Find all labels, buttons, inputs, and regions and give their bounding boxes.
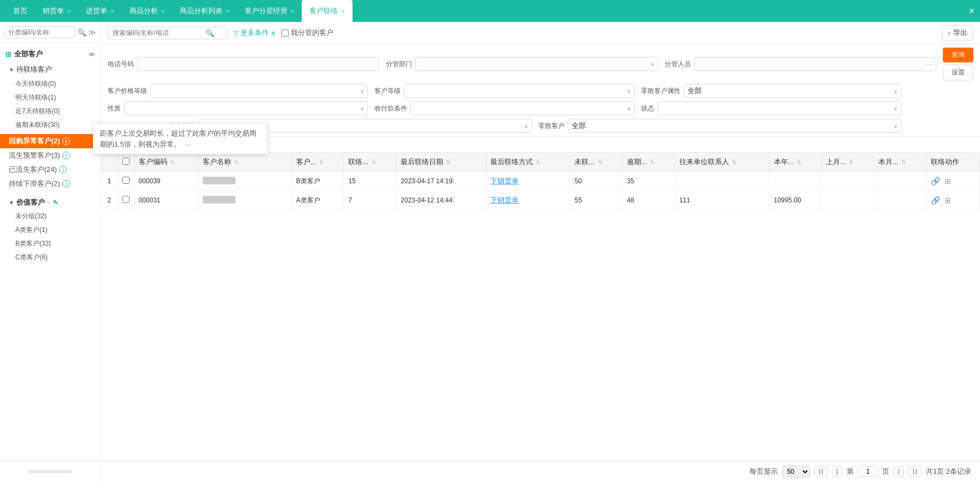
- retail-attr-select[interactable]: 全部 ∨: [684, 84, 901, 98]
- retail-customer-select[interactable]: 全部 ∨: [568, 119, 901, 133]
- first-page-button[interactable]: ⟨⟨: [814, 466, 828, 477]
- sidebar-item-churned[interactable]: 已流失客户(24) i: [0, 162, 101, 177]
- settings-button[interactable]: 设置: [943, 65, 973, 80]
- department-select[interactable]: ∨: [415, 57, 658, 71]
- sort-icon[interactable]: ⇅: [598, 159, 602, 165]
- sort-icon[interactable]: ⇅: [170, 159, 174, 165]
- sidebar-item-a-class[interactable]: A类客户(1): [0, 223, 101, 237]
- status-select[interactable]: ∨: [658, 101, 901, 115]
- export-icon: ↑: [948, 29, 952, 37]
- col-checkbox: [118, 153, 134, 172]
- row-checkbox[interactable]: [118, 172, 134, 191]
- sidebar-item-declining[interactable]: 持续下滑客户(2) i: [0, 177, 101, 191]
- close-icon[interactable]: ×: [341, 8, 344, 14]
- next-page-button[interactable]: ⟩: [894, 466, 904, 477]
- nav-item-customer-tier[interactable]: 客户分层经营 ×: [237, 0, 302, 22]
- row-type: B类客户: [291, 172, 344, 191]
- sort-icon[interactable]: ⇅: [372, 159, 376, 165]
- prev-page-button[interactable]: ⟨: [832, 466, 842, 477]
- close-icon[interactable]: ×: [291, 8, 294, 14]
- export-button[interactable]: ↑ 导出: [942, 25, 974, 40]
- sidebar-group-value-customer[interactable]: ▼ 价值客户 ○ ✎: [0, 195, 101, 210]
- col-customer-type: 客户... ⇅: [291, 153, 344, 172]
- filter-retail-customer: 零散客户 全部 ∨: [538, 119, 901, 133]
- sort-icon[interactable]: ⇅: [319, 159, 324, 165]
- row-name: [198, 191, 291, 210]
- sidebar-item-today[interactable]: 今天待联络(0): [0, 77, 101, 91]
- close-icon[interactable]: ×: [67, 8, 71, 14]
- col-no: [101, 153, 118, 172]
- nav-item-analysis[interactable]: 商品分析 ×: [122, 0, 172, 22]
- sidebar-search-icon[interactable]: 🔍: [78, 28, 86, 37]
- tooltip: 距客户上次交易时长，超过了此客户的平均交易周期的1.5倍，则视为异常。 ···: [101, 123, 268, 154]
- price-grade-select[interactable]: ∨: [150, 84, 368, 98]
- row-checkbox[interactable]: [118, 191, 134, 210]
- sort-icon[interactable]: ⇅: [446, 159, 450, 165]
- chevron-down-icon: ∨: [894, 123, 897, 129]
- col-name: 客户名称 ⇅: [198, 153, 291, 172]
- sidebar-all-customers[interactable]: ⊞ 全部客户 ≫: [0, 47, 101, 62]
- phone-input[interactable]: [137, 57, 379, 71]
- row-code: 000039: [134, 172, 198, 191]
- close-icon[interactable]: ×: [161, 8, 165, 14]
- filter-nature: 性质 ∨: [108, 101, 368, 115]
- sidebar-item-week[interactable]: 近7天待联络(0): [0, 104, 101, 118]
- search-icon[interactable]: 🔍: [206, 29, 214, 37]
- nav-item-analysis-list[interactable]: 商品分析列表 ×: [172, 0, 237, 22]
- circle-icon: ○: [47, 199, 51, 206]
- query-button[interactable]: 查询: [943, 48, 973, 62]
- sidebar-item-overdue[interactable]: 逾期未联络(30): [0, 118, 101, 132]
- more-conditions-button[interactable]: ▽ 更多条件 ∧: [233, 28, 276, 38]
- select-all-checkbox[interactable]: [122, 158, 130, 165]
- nav-item-purchase[interactable]: 进货单 ×: [78, 0, 121, 22]
- close-icon[interactable]: ×: [110, 8, 114, 14]
- nav-item-home[interactable]: 首页: [5, 0, 35, 22]
- edit-icon[interactable]: ✎: [53, 199, 58, 206]
- row-this-year: 10995.00: [769, 191, 821, 210]
- sidebar-item-b-class[interactable]: B类客户(33): [0, 237, 101, 251]
- sidebar-item-repurchase-abnormal[interactable]: 回购异常客户(2) i: [0, 134, 101, 148]
- sidebar-collapse-icon[interactable]: ≫: [88, 28, 96, 37]
- nav-item-customer-contact[interactable]: 客户联络 ×: [302, 0, 352, 22]
- sidebar-item-ungroup[interactable]: 未分组(32): [0, 210, 101, 223]
- sidebar-search-input[interactable]: [4, 26, 75, 38]
- sidebar-item-churn-warning[interactable]: 流失预警客户(3) i: [0, 148, 101, 162]
- close-icon[interactable]: ×: [226, 8, 229, 14]
- chevron-down-icon: ∨: [627, 88, 631, 94]
- sidebar-item-tomorrow[interactable]: 明天待联络(1): [0, 91, 101, 104]
- sort-icon[interactable]: ⇅: [797, 159, 801, 165]
- close-all-tabs-button[interactable]: ×: [969, 5, 975, 17]
- row-overdue: 35: [623, 172, 675, 191]
- col-overdue: 逾期... ⇅: [623, 153, 675, 172]
- person-input[interactable]: ···: [694, 57, 936, 71]
- sort-icon[interactable]: ⇅: [849, 159, 853, 165]
- row-this-year: [769, 172, 821, 191]
- link-icon[interactable]: 🔗: [931, 177, 940, 185]
- my-customers-checkbox[interactable]: 我分管的客户: [281, 28, 333, 38]
- my-customers-check[interactable]: [281, 30, 289, 37]
- col-this-year: 本年... ⇅: [769, 153, 821, 172]
- last-page-button[interactable]: ⟩⟩: [908, 466, 922, 477]
- link-icon[interactable]: 🔗: [931, 196, 940, 205]
- row-last-method[interactable]: 下销货单: [486, 191, 570, 210]
- sort-icon[interactable]: ⇅: [234, 159, 238, 165]
- sort-icon[interactable]: ⇅: [650, 159, 654, 165]
- page-number-input[interactable]: [858, 466, 878, 477]
- grid-icon: ⊞: [5, 50, 11, 59]
- nav-item-sales[interactable]: 销货单 ×: [35, 0, 78, 22]
- sidebar-group-pending-contact[interactable]: ▼ 待联络客户: [0, 62, 101, 77]
- nature-select[interactable]: ∨: [124, 101, 368, 115]
- filter-phone: 电话号码: [108, 57, 379, 71]
- customer-grade-select[interactable]: ∨: [404, 84, 635, 98]
- sort-icon[interactable]: ⇅: [901, 159, 906, 165]
- sort-icon[interactable]: ⇅: [732, 159, 736, 165]
- sort-icon[interactable]: ⇅: [536, 159, 540, 165]
- grid-action-icon[interactable]: ⊞: [944, 196, 951, 205]
- grid-action-icon[interactable]: ⊞: [944, 177, 951, 185]
- search-input[interactable]: [113, 29, 206, 37]
- dots-icon: ···: [926, 60, 932, 68]
- page-size-select[interactable]: 50 20 100: [782, 466, 810, 478]
- payment-select[interactable]: ∨: [410, 101, 635, 115]
- row-last-method[interactable]: 下销货单: [486, 172, 570, 191]
- sidebar-item-c-class[interactable]: C类客户(6): [0, 251, 101, 264]
